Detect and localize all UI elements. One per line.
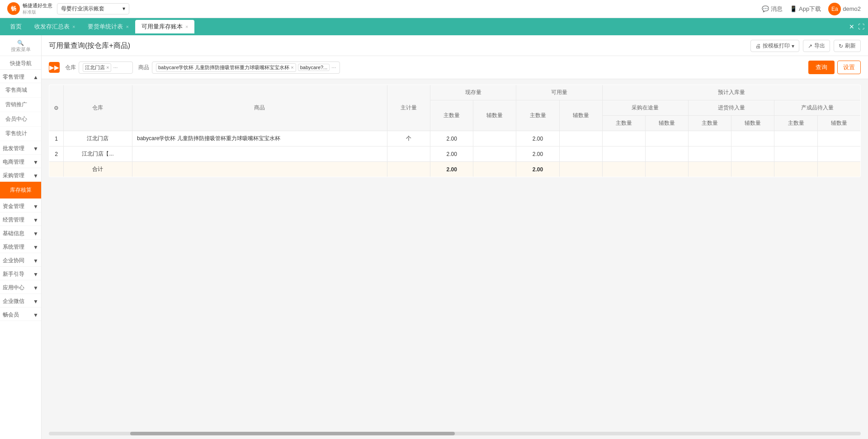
content-area: 可用量查询(按仓库+商品) 🖨 按模板打印 ▾ ↗ 导出 ↻ 刷新 ▶▶ xyxy=(42,35,868,439)
cell-no: 2 xyxy=(49,146,64,162)
chevron-icon: ▼ xyxy=(33,203,38,210)
cell-pp-main xyxy=(689,131,731,146)
sidebar-item-finance-mgmt[interactable]: 资金管理 ▼ xyxy=(0,199,41,212)
warehouse-input[interactable]: 江北门店 × ··· xyxy=(79,61,133,74)
product-tag-2: babycare?... xyxy=(298,64,330,71)
print-icon: 🖨 xyxy=(755,43,761,49)
chevron-icon: ▼ xyxy=(33,244,38,250)
total-product xyxy=(132,162,387,177)
main-layout: 🔍 搜索菜单 快捷导航 零售管理 ▲ 零售商城 营销推广 会员中心 零售统计 批… xyxy=(0,35,868,439)
cell-current-main: 2.00 xyxy=(430,146,473,162)
warehouse-more-btn[interactable]: ··· xyxy=(113,64,118,71)
sidebar-item-enterprise-collab[interactable]: 企业协同 ▼ xyxy=(0,253,41,267)
product-tag-1: babycare学饮杯 儿童防摔防撞吸管杯重力球吸嘴杯宝宝水杯 × xyxy=(156,63,296,72)
th-prod-main: 主数量 xyxy=(774,116,817,131)
sidebar-item-basic-info[interactable]: 基础信息 ▼ xyxy=(0,226,41,240)
message-btn[interactable]: 💬 消息 xyxy=(762,5,783,13)
sidebar-item-purchase-mgmt[interactable]: 采购管理 ▼ xyxy=(0,168,41,182)
filter-expand-btn[interactable]: ▶▶ xyxy=(49,62,60,73)
top-bar-right: 💬 消息 📱 App下载 Ea demo2 xyxy=(762,3,861,15)
maximize-icon[interactable]: ⛶ xyxy=(858,23,864,30)
sidebar-quick-nav[interactable]: 快捷导航 xyxy=(0,56,41,70)
cell-pt-aux xyxy=(645,131,688,146)
page-title: 可用量查询(按仓库+商品) xyxy=(49,41,130,51)
remove-warehouse-tag-btn[interactable]: × xyxy=(106,65,109,70)
cell-unit xyxy=(387,146,430,162)
cell-pp-aux xyxy=(731,131,774,146)
tab-receive-summary[interactable]: 收发存汇总表 × xyxy=(28,20,81,33)
sidebar-item-wholesale-mgmt[interactable]: 批发管理 ▼ xyxy=(0,141,41,155)
th-available-aux-qty: 辅数量 xyxy=(559,100,602,131)
download-icon: 📱 xyxy=(790,5,797,12)
close-tab-icon[interactable]: × xyxy=(72,24,75,29)
total-unit xyxy=(387,162,430,177)
th-pt-main: 主数量 xyxy=(602,116,645,131)
chevron-icon: ▼ xyxy=(33,271,38,278)
export-icon: ↗ xyxy=(808,43,812,49)
cell-available-main: 2.00 xyxy=(516,131,559,146)
close-window-icon[interactable]: ✕ xyxy=(849,23,854,30)
settings-btn[interactable]: 设置 xyxy=(837,61,861,74)
sidebar-item-member-center[interactable]: 会员中心 xyxy=(0,112,41,127)
cell-available-aux xyxy=(559,146,602,162)
refresh-btn[interactable]: ↻ 刷新 xyxy=(834,40,861,52)
product-input[interactable]: babycare学饮杯 儿童防摔防撞吸管杯重力球吸嘴杯宝宝水杯 × babyca… xyxy=(152,61,340,74)
th-pp-main: 主数量 xyxy=(689,116,731,131)
th-pp-aux: 辅数量 xyxy=(731,116,774,131)
sidebar-item-marketing[interactable]: 营销推广 xyxy=(0,98,41,112)
sidebar-item-member[interactable]: 畅会员 ▼ xyxy=(0,307,41,321)
chevron-icon: ▼ xyxy=(33,258,38,264)
th-settings[interactable]: ⚙ xyxy=(49,85,64,131)
close-tab-icon[interactable]: × xyxy=(126,24,128,29)
sidebar-item-new-guide[interactable]: 新手引导 ▼ xyxy=(0,267,41,280)
warehouse-filter-group: 仓库 江北门店 × ··· xyxy=(65,61,133,74)
sidebar-item-retail-stats[interactable]: 零售统计 xyxy=(0,127,41,141)
total-current-aux xyxy=(473,162,516,177)
th-current-aux-qty: 辅数量 xyxy=(473,100,516,131)
cell-available-aux xyxy=(559,131,602,146)
template-print-btn[interactable]: 🖨 按模板打印 ▾ xyxy=(750,40,799,52)
cell-warehouse: 江北门店【... xyxy=(64,146,132,162)
export-btn[interactable]: ↗ 导出 xyxy=(803,40,830,52)
account-selector[interactable]: 母婴行业演示账套 ▾ xyxy=(57,3,129,14)
sidebar-item-app-center[interactable]: 应用中心 ▼ xyxy=(0,280,41,294)
chevron-icon: ▲ xyxy=(33,74,38,80)
user-menu[interactable]: Ea demo2 xyxy=(828,3,861,15)
sidebar-search[interactable]: 🔍 搜索菜单 xyxy=(0,35,41,56)
nav-window-controls: ✕ ⛶ xyxy=(849,23,864,30)
scrollbar-track[interactable] xyxy=(49,432,861,435)
logo-area: 畅 畅捷通好生意 标准版 xyxy=(7,2,52,15)
cell-current-aux xyxy=(473,131,516,146)
sidebar-item-retail-mgmt[interactable]: 零售管理 ▲ xyxy=(0,70,41,83)
page-header: 可用量查询(按仓库+商品) 🖨 按模板打印 ▾ ↗ 导出 ↻ 刷新 xyxy=(42,35,868,56)
warehouse-tag: 江北门店 × xyxy=(83,63,111,72)
th-available-main-qty: 主数量 xyxy=(516,100,559,131)
cell-prod-main xyxy=(774,131,817,146)
chevron-icon: ▼ xyxy=(33,231,38,237)
cell-pt-main xyxy=(602,131,645,146)
chevron-down-icon: ▾ xyxy=(123,5,125,12)
tab-home[interactable]: 首页 xyxy=(4,20,28,33)
chevron-icon: ▼ xyxy=(33,312,38,318)
sidebar-item-ops-mgmt[interactable]: 经营管理 ▼ xyxy=(0,212,41,226)
product-label: 商品 xyxy=(138,64,149,71)
refresh-icon: ↻ xyxy=(839,43,843,49)
app-download-btn[interactable]: 📱 App下载 xyxy=(790,5,821,13)
cell-prod-main xyxy=(774,146,817,162)
product-more-btn[interactable]: ··· xyxy=(331,64,336,71)
sidebar-item-sys-mgmt[interactable]: 系统管理 ▼ xyxy=(0,240,41,253)
tab-available-stock[interactable]: 可用量库存账本 × xyxy=(135,20,194,33)
chevron-icon: ▼ xyxy=(33,298,38,305)
sidebar-item-stock-check[interactable]: 库存核算 xyxy=(0,182,41,199)
sidebar-item-enterprise-wechat[interactable]: 企业微信 ▼ xyxy=(0,294,41,307)
query-btn[interactable]: 查询 xyxy=(808,61,835,74)
chevron-icon: ▼ xyxy=(33,217,38,223)
sidebar-item-ecommerce-mgmt[interactable]: 电商管理 ▼ xyxy=(0,155,41,168)
top-bar: 畅 畅捷通好生意 标准版 母婴行业演示账套 ▾ 💬 消息 📱 App下载 Ea … xyxy=(0,0,868,18)
remove-product-tag-1-btn[interactable]: × xyxy=(291,65,293,70)
scrollbar-thumb[interactable] xyxy=(130,432,455,435)
tab-order-stats[interactable]: 要货单统计表 × xyxy=(81,20,135,33)
close-tab-icon[interactable]: × xyxy=(185,24,188,29)
sidebar-item-retail-mall[interactable]: 零售商城 xyxy=(0,83,41,98)
chevron-down-icon: ▾ xyxy=(792,43,794,49)
